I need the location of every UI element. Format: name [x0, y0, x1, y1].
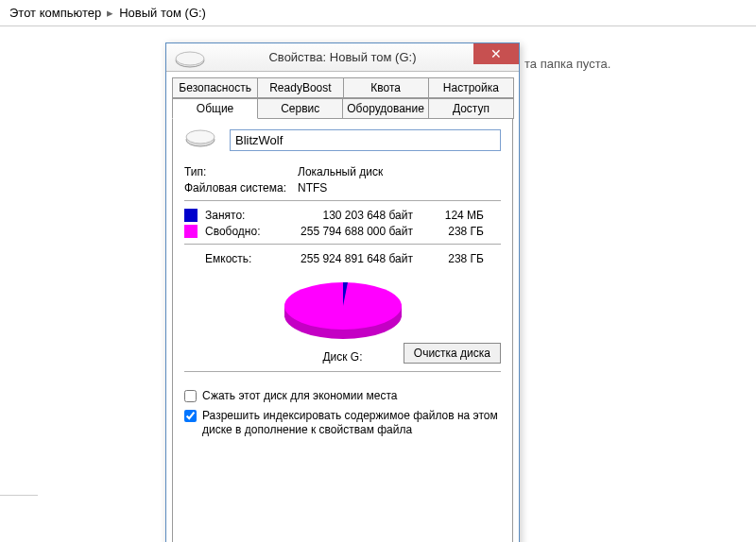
index-checkbox[interactable]: [184, 410, 197, 422]
properties-dialog: Свойства: Новый том (G:) ✕ Безопасность …: [165, 42, 520, 542]
divider: [184, 200, 501, 201]
tab-hardware[interactable]: Оборудование: [342, 98, 429, 119]
titlebar-title: Свойства: Новый том (G:): [268, 50, 416, 64]
divider: [184, 244, 501, 245]
drive-icon: [174, 50, 206, 74]
breadcrumb-computer[interactable]: Этот компьютер: [9, 6, 101, 20]
filesystem-value: NTFS: [298, 181, 327, 195]
index-checkbox-row[interactable]: Разрешить индексировать содержимое файло…: [184, 409, 501, 438]
tab-general[interactable]: Общие: [172, 98, 258, 119]
pie-label: Диск G:: [322, 350, 362, 364]
tab-content-general: Тип: Локальный диск Файловая система: NT…: [172, 118, 513, 542]
svg-point-1: [176, 52, 204, 65]
tab-readyboost[interactable]: ReadyBoost: [257, 77, 343, 98]
close-icon: ✕: [490, 46, 502, 61]
disk-pie-icon: [272, 273, 414, 347]
capacity-human: 238 ГБ: [432, 252, 484, 265]
used-human: 124 МБ: [432, 209, 484, 222]
used-space-row: Занято: 130 203 648 байт 124 МБ: [184, 209, 501, 222]
tab-tools[interactable]: Сервис: [257, 98, 343, 119]
titlebar[interactable]: Свойства: Новый том (G:) ✕: [166, 43, 519, 72]
panel-edge: [0, 495, 38, 514]
free-human: 238 ГБ: [432, 225, 484, 238]
close-button[interactable]: ✕: [473, 43, 519, 64]
tab-sharing[interactable]: Доступ: [428, 98, 514, 119]
type-row: Тип: Локальный диск: [184, 165, 501, 178]
folder-empty-message: та папка пуста.: [524, 57, 610, 71]
free-label: Свободно:: [205, 225, 290, 238]
compress-checkbox-row[interactable]: Сжать этот диск для экономии места: [184, 389, 501, 404]
used-color-swatch: [184, 209, 198, 222]
tab-security[interactable]: Безопасность: [172, 77, 258, 98]
svg-point-3: [186, 130, 215, 144]
breadcrumb: Этот компьютер ▸ Новый том (G:): [0, 0, 756, 26]
volume-name-input[interactable]: [230, 129, 501, 151]
drive-large-icon: [184, 128, 216, 152]
free-space-row: Свободно: 255 794 688 000 байт 238 ГБ: [184, 225, 501, 238]
disk-cleanup-button[interactable]: Очистка диска: [404, 343, 501, 364]
compress-label: Сжать этот диск для экономии места: [202, 389, 397, 404]
tab-quota[interactable]: Квота: [343, 77, 429, 98]
tab-customize[interactable]: Настройка: [428, 77, 514, 98]
free-color-swatch: [184, 225, 198, 238]
filesystem-row: Файловая система: NTFS: [184, 181, 501, 195]
capacity-label: Емкость:: [205, 252, 290, 265]
capacity-bytes: 255 924 891 648 байт: [290, 252, 432, 265]
used-label: Занято:: [205, 209, 290, 222]
filesystem-label: Файловая система:: [184, 181, 298, 195]
breadcrumb-separator-icon: ▸: [107, 6, 113, 20]
index-label: Разрешить индексировать содержимое файло…: [202, 409, 501, 438]
tabs: Безопасность ReadyBoost Квота Настройка …: [172, 77, 513, 119]
breadcrumb-volume[interactable]: Новый том (G:): [119, 6, 206, 20]
type-value: Локальный диск: [298, 165, 383, 178]
free-bytes: 255 794 688 000 байт: [290, 225, 432, 238]
capacity-row: Емкость: 255 924 891 648 байт 238 ГБ: [184, 252, 501, 265]
compress-checkbox[interactable]: [184, 390, 197, 402]
type-label: Тип:: [184, 165, 298, 178]
divider: [184, 371, 501, 372]
used-bytes: 130 203 648 байт: [290, 209, 432, 222]
pie-chart-area: Диск G: Очистка диска: [184, 273, 501, 364]
